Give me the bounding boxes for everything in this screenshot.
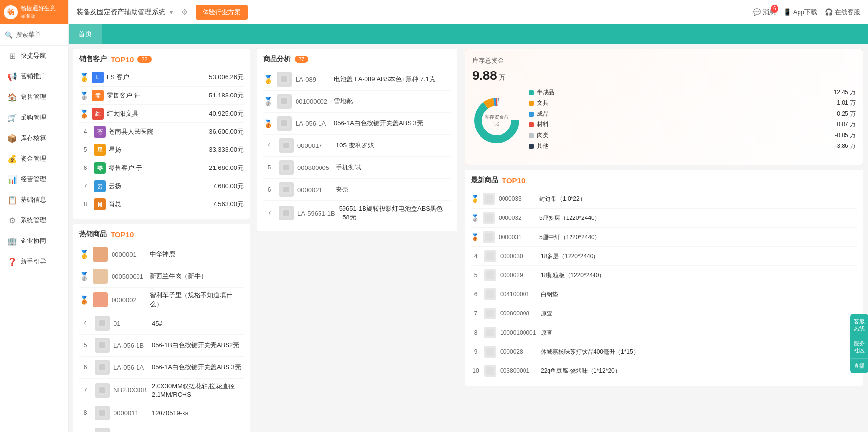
medal-silver-icon: 🥈: [79, 272, 89, 281]
legend-value: 0.07 万: [831, 120, 856, 129]
new-product-code: 0000029: [500, 272, 537, 279]
medal-gold-icon: 🥇: [79, 73, 89, 82]
svg-rect-36: [486, 271, 494, 279]
legend-name: 文具: [537, 99, 828, 107]
customer-amount: 7,680.00元: [212, 182, 244, 191]
customer-name: 零售客户-于: [109, 164, 209, 172]
product-image: [277, 94, 292, 109]
customer-section-title: 销售客户 TOP10 22: [79, 55, 244, 64]
new-product-image: [484, 365, 496, 377]
sidebar-item-system[interactable]: ⚙系统管理: [0, 210, 68, 231]
sidebar-item-operation[interactable]: 📊经营管理: [0, 169, 68, 190]
rank-number: 7: [79, 384, 91, 396]
legend-name: 半成品: [537, 88, 828, 96]
sidebar-item-sales[interactable]: 🏠销售管理: [0, 87, 68, 107]
sales-product-row: 5 000800005 手机测试: [263, 157, 451, 179]
logo-icon: 畅: [4, 5, 18, 19]
nav-icon-inventory: 📦: [8, 134, 17, 143]
float-service-live[interactable]: 直播: [850, 359, 868, 373]
legend-value: -3.86 万: [831, 142, 856, 150]
legend-value: -0.05 万: [831, 131, 856, 140]
sidebar-item-finance[interactable]: 💰资金管理: [0, 148, 68, 169]
legend-dot: [529, 133, 534, 138]
online-service-btn[interactable]: 🎧 在线客服: [825, 8, 860, 17]
legend-item: 肉类 -0.05 万: [529, 131, 856, 140]
middle-column: 商品分析 27 🥇 LA-089 电池盖 LA-089 ABS本色+黑种 7.1…: [254, 44, 460, 432]
medal-bronze-icon: 🥉: [79, 295, 89, 305]
new-product-row: 🥉 0000031 5厘中纤（1220*2440）: [471, 228, 857, 247]
tab-home[interactable]: 首页: [69, 24, 102, 44]
hot-product-row: 7 NB2.0X30B 2.0X30MM双搓花轴,搓花直径2.1MM/ROHS: [79, 379, 244, 402]
product-image: [93, 247, 108, 262]
customer-amount: 21,680.00元: [209, 164, 244, 172]
sidebar: 畅 畅捷通好生意 标准版 🔍 搜索菜单 ⊞快捷导航📢营销推广🏠销售管理🛒采购管理…: [0, 0, 69, 432]
sidebar-item-inventory[interactable]: 📦库存核算: [0, 128, 68, 148]
search-menu-btn[interactable]: 🔍 搜索菜单: [5, 28, 63, 41]
new-product-row: 8 10000100001 原查: [471, 323, 857, 342]
hot-product-row: 5 LA-056-1B 056-1B白色按键开关壳ABS2壳: [79, 335, 244, 357]
new-product-code: 004100001: [500, 291, 537, 298]
svg-rect-5: [99, 364, 105, 370]
customer-name: 红太阳文具: [107, 109, 209, 118]
product-name: 12070519-xs: [152, 409, 244, 417]
product-code: 0000001: [112, 251, 146, 258]
message-btn[interactable]: 💬 消息 6: [753, 8, 776, 17]
app-download-btn[interactable]: 📱 App下载: [783, 8, 817, 17]
customer-row: 6 零 零售客户-于 21,680.00元: [79, 159, 244, 177]
gear-icon[interactable]: ⚙: [181, 7, 188, 17]
nav-icon-marketing: 📢: [8, 72, 17, 81]
customer-amount: 40,925.00元: [209, 109, 244, 118]
product-code: 0000011: [114, 409, 148, 417]
new-product-code: 000800008: [500, 310, 537, 317]
rank-number: 8: [79, 198, 91, 210]
rank-number: 5: [79, 144, 91, 156]
sidebar-item-marketing[interactable]: 📢营销推广: [0, 66, 68, 87]
float-service-community[interactable]: 服务社区: [850, 336, 868, 359]
sidebar-search[interactable]: 🔍 搜索菜单: [0, 24, 68, 46]
new-product-row: 10 003800001 22g鱼豆腐-烧烤味（1*12*20）: [471, 361, 857, 380]
nav-icon-purchase: 🛒: [8, 113, 17, 122]
chevron-down-icon: ▼: [168, 9, 174, 16]
product-name: 中华神鹿: [150, 250, 244, 259]
customer-row: 🥉 红 红太阳文具 40,925.00元: [79, 105, 244, 123]
float-service-hotline[interactable]: 客服热线: [850, 314, 868, 336]
sidebar-item-quick-nav[interactable]: ⊞快捷导航: [0, 46, 68, 66]
sidebar-item-guide[interactable]: ❓新手引导: [0, 251, 68, 272]
new-product-code: 0000030: [500, 253, 537, 260]
medal-gold-icon: 🥇: [263, 75, 273, 84]
new-product-row: 9 0000028 体城嘉核味苏打饮品400毫升（1*15）: [471, 342, 857, 361]
svg-rect-40: [486, 348, 494, 356]
new-product-code: 10000100001: [500, 329, 537, 336]
sidebar-item-purchase[interactable]: 🛒采购管理: [0, 107, 68, 128]
trial-btn[interactable]: 体验行业方案: [196, 5, 248, 20]
new-product-name: 5厘中纤（1220*2440）: [539, 233, 857, 241]
sales-products-card: 商品分析 27 🥇 LA-089 电池盖 LA-089 ABS本色+黑种 7.1…: [257, 49, 457, 231]
nav-icon-guide: ❓: [8, 257, 17, 266]
rank-number: 9: [79, 429, 91, 432]
sidebar-item-enterprise[interactable]: 🏢企业协同: [0, 231, 68, 251]
system-title-btn[interactable]: 装备及固定资产辅助管理系统 ▼: [76, 8, 174, 17]
rank-number: 7: [79, 180, 91, 192]
legend-value: 0.25 万: [831, 110, 856, 118]
sidebar-nav: ⊞快捷导航📢营销推广🏠销售管理🛒采购管理📦库存核算💰资金管理📊经营管理📋基础信息…: [0, 46, 68, 432]
legend-name: 其他: [537, 142, 828, 150]
product-image: [95, 406, 110, 420]
new-product-image: [484, 288, 496, 300]
inventory-card: 库存总资金 9.88 万: [465, 49, 863, 165]
new-product-name: 原查: [541, 329, 857, 337]
customer-row: 🥈 零 零售客户-许 51,183.00元: [79, 87, 244, 105]
hot-products-title: 热销商品 TOP10: [79, 230, 244, 239]
customer-row: 8 肖 肖总 7,563.00元: [79, 195, 244, 213]
svg-rect-37: [486, 290, 494, 298]
product-code: 000500001: [112, 273, 146, 280]
sidebar-item-basic[interactable]: 📋基础信息: [0, 190, 68, 210]
rank-number: 6: [471, 291, 480, 298]
product-code: LA-59651-1B: [297, 210, 335, 217]
product-image: [277, 72, 292, 87]
legend-item: 文具 1.01 万: [529, 99, 856, 107]
svg-rect-9: [99, 410, 105, 416]
new-product-code: 0000031: [499, 234, 535, 240]
nav-icon-system: ⚙: [8, 216, 17, 225]
new-product-name: 体城嘉核味苏打饮品400毫升（1*15）: [541, 348, 857, 356]
phone-icon: 📱: [783, 8, 791, 16]
